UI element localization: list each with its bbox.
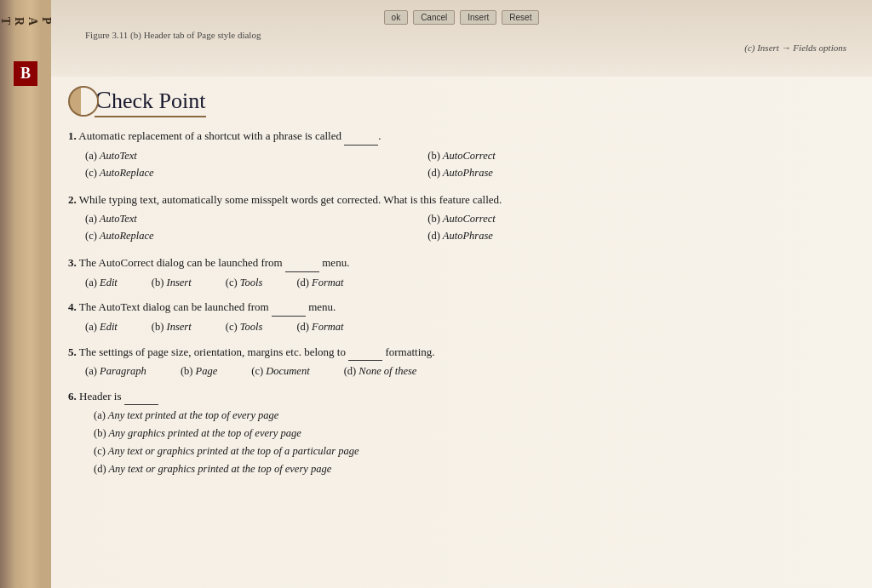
q3-blank bbox=[285, 254, 319, 272]
q4-option-b: (b) Insert bbox=[152, 319, 192, 335]
top-area: ok Cancel Insert Reset Figure 3.11 (b) H… bbox=[51, 0, 872, 77]
question-5: 5. The settings of page size, orientatio… bbox=[68, 344, 846, 380]
q1-option-d: (d) AutoPhrase bbox=[427, 165, 770, 181]
q3-option-d: (d) Format bbox=[296, 275, 343, 291]
question-6: 6. Header is (a) Any text printed at the… bbox=[68, 388, 846, 477]
question-2: 2. While typing text, automatically some… bbox=[68, 191, 846, 246]
question-4: 4. The AutoText dialog can be launched f… bbox=[68, 299, 846, 334]
q3-number: 3. bbox=[68, 256, 77, 269]
check-circle-icon bbox=[68, 86, 99, 117]
q1-option-b: (b) AutoCorrect bbox=[427, 148, 770, 164]
q5-option-b: (b) Page bbox=[181, 363, 217, 380]
q4-number: 4. bbox=[68, 300, 77, 313]
q6-number: 6. bbox=[68, 390, 77, 402]
q5-blank bbox=[348, 344, 382, 362]
question-1: 1. Automatic replacement of a shortcut w… bbox=[68, 128, 846, 183]
q3-text: The AutoCorrect dialog can be launched f… bbox=[79, 256, 350, 269]
q2-option-d: (d) AutoPhrase bbox=[427, 228, 770, 244]
q4-options: (a) Edit (b) Insert (c) Tools (d) Format bbox=[85, 319, 846, 335]
book-spine: PART B bbox=[0, 0, 51, 588]
figure-caption-right: (c) Insert → Fields options bbox=[744, 43, 846, 53]
q1-blank bbox=[344, 128, 378, 146]
q5-option-c: (c) Document bbox=[251, 363, 309, 380]
q6-option-a: (a) Any text printed at the top of every… bbox=[94, 408, 846, 424]
q5-options: (a) Paragraph (b) Page (c) Document (d) … bbox=[85, 363, 846, 380]
check-point-title: Check Point bbox=[95, 85, 206, 117]
q3-option-a: (a) Edit bbox=[85, 275, 118, 291]
q5-text: The settings of page size, orientation, … bbox=[79, 345, 435, 358]
q1-option-c: (c) AutoReplace bbox=[85, 165, 427, 181]
q3-option-b: (b) Insert bbox=[152, 275, 192, 291]
q6-options: (a) Any text printed at the top of every… bbox=[94, 408, 846, 477]
cancel-button[interactable]: Cancel bbox=[413, 10, 455, 25]
q6-option-c: (c) Any text or graphics printed at the … bbox=[94, 443, 846, 460]
q2-text: While typing text, automatically some mi… bbox=[79, 193, 502, 206]
part-b: B bbox=[14, 61, 37, 86]
q6-text: Header is bbox=[79, 390, 158, 402]
q2-option-c: (c) AutoReplace bbox=[85, 228, 427, 244]
title-rest: heck Point bbox=[112, 88, 206, 113]
question-3: 3. The AutoCorrect dialog can be launche… bbox=[68, 254, 846, 290]
q4-option-c: (c) Tools bbox=[226, 319, 263, 335]
q2-option-a: (a) AutoText bbox=[85, 211, 427, 227]
q5-option-d: (d) None of these bbox=[344, 363, 417, 380]
q5-number: 5. bbox=[68, 345, 77, 358]
q2-options: (a) AutoText (b) AutoCorrect (c) AutoRep… bbox=[85, 211, 846, 247]
q2-option-b: (b) AutoCorrect bbox=[427, 211, 770, 227]
check-point-header: Check Point bbox=[68, 85, 846, 117]
part-label: PART bbox=[0, 17, 53, 27]
q5-option-a: (a) Paragraph bbox=[85, 363, 146, 380]
q1-option-a: (a) AutoText bbox=[85, 148, 427, 164]
figure-caption: Figure 3.11 (b) Header tab of Page style… bbox=[68, 30, 855, 40]
main-content: Check Point 1. Automatic replacement of … bbox=[51, 77, 872, 588]
q4-option-d: (d) Format bbox=[296, 319, 343, 335]
q2-number: 2. bbox=[68, 193, 77, 206]
q1-number: 1. bbox=[68, 129, 77, 142]
q6-blank bbox=[124, 388, 158, 406]
q4-option-a: (a) Edit bbox=[85, 319, 118, 335]
q3-option-c: (c) Tools bbox=[226, 275, 263, 291]
q1-options: (a) AutoText (b) AutoCorrect (c) AutoRep… bbox=[85, 148, 846, 184]
q4-text: The AutoText dialog can be launched from… bbox=[79, 300, 336, 313]
dialog-buttons: ok Cancel Insert Reset bbox=[384, 10, 540, 25]
q1-text: Automatic replacement of a shortcut with… bbox=[78, 129, 381, 142]
q3-options: (a) Edit (b) Insert (c) Tools (d) Format bbox=[85, 275, 846, 291]
reset-button[interactable]: Reset bbox=[502, 10, 539, 25]
ok-button[interactable]: ok bbox=[384, 10, 409, 25]
insert-button[interactable]: Insert bbox=[460, 10, 496, 25]
q4-blank bbox=[272, 299, 306, 317]
q6-option-b: (b) Any graphics printed at the top of e… bbox=[94, 425, 846, 442]
q6-option-d: (d) Any text or graphics printed at the … bbox=[94, 461, 846, 477]
